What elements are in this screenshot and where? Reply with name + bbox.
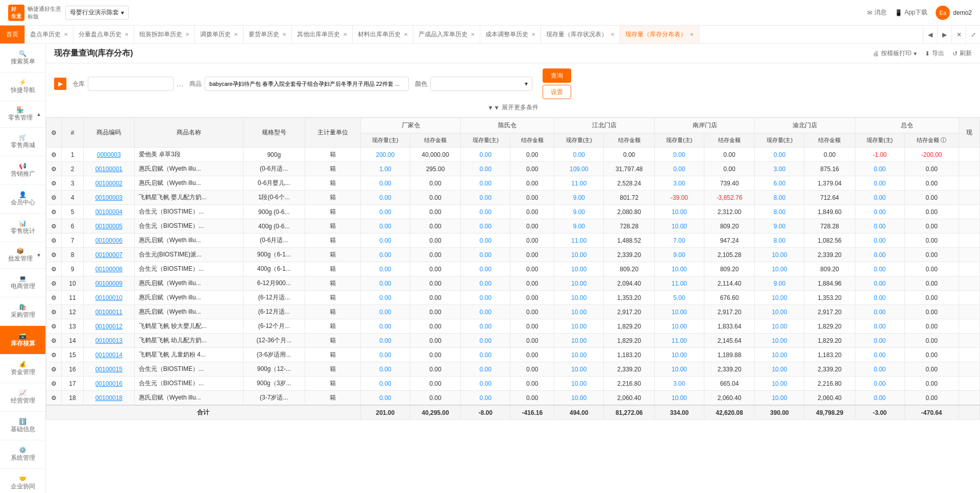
tab-stockdist[interactable]: 现存量（库存分布表） ✕ — [620, 26, 699, 44]
row-cur — [959, 291, 979, 305]
row-zc-amount: 0.00 — [904, 219, 959, 233]
row-yb-amount: 875.16 — [804, 162, 855, 176]
row-settings[interactable]: ⚙ — [46, 319, 62, 334]
sidebar-item-search[interactable]: 🔍 搜索英单 — [0, 44, 45, 73]
settings-btn[interactable]: 设置 — [543, 85, 571, 99]
sidebar-item-retail[interactable]: 🏪 零售管理 ▲ — [0, 101, 45, 128]
th-jb-stock: 现存量(主) — [554, 133, 604, 148]
sidebar-item-system[interactable]: ⚙️ 系统管理 — [0, 440, 45, 469]
tab-materialout-close[interactable]: ✕ — [404, 32, 408, 37]
expand-btn[interactable]: ▼▼ 展开更多条件 — [487, 103, 538, 112]
row-settings[interactable]: ⚙ — [46, 348, 62, 362]
tab-requisition-close[interactable]: ✕ — [282, 32, 286, 37]
filter-collapse-btn[interactable]: ▶ — [54, 78, 66, 90]
tab-costadjust[interactable]: 成本调整单历史 ✕ — [480, 26, 541, 44]
sidebar-item-inventory[interactable]: 🗃️ 库存核算 — [0, 326, 45, 355]
sidebar-item-retailstat[interactable]: 📊 零售统计 — [0, 214, 45, 242]
product-input[interactable] — [205, 77, 409, 91]
tab-stockstatus-close[interactable]: ✕ — [610, 32, 615, 37]
industry-dropdown-icon: ▾ — [121, 9, 124, 16]
row-settings[interactable]: ⚙ — [46, 305, 62, 319]
tab-productin[interactable]: 产成品入库单历史 ✕ — [413, 26, 480, 44]
tab-home[interactable]: 首页 — [0, 26, 25, 44]
row-settings[interactable]: ⚙ — [46, 233, 62, 248]
ecommerce-icon: 💻 — [4, 275, 41, 282]
sidebar-item-marketing[interactable]: 📢 营销推广 — [0, 156, 45, 185]
tab-otherout-close[interactable]: ✕ — [343, 32, 347, 37]
row-settings[interactable]: ⚙ — [46, 377, 62, 391]
row-settings[interactable]: ⚙ — [46, 205, 62, 219]
row-settings[interactable]: ⚙ — [46, 391, 62, 406]
tab-stockstatus[interactable]: 现存量（库存状况表） ✕ — [541, 26, 620, 44]
warehouse-dots[interactable]: ... — [177, 79, 183, 88]
tab-splitstock[interactable]: 分量盘点单历史 ✕ — [74, 26, 134, 44]
row-settings[interactable]: ⚙ — [46, 148, 62, 162]
row-settings[interactable]: ⚙ — [46, 291, 62, 305]
row-na-amount: 0.00 — [704, 162, 755, 176]
row-settings[interactable]: ⚙ — [46, 262, 62, 276]
row-cur — [959, 205, 979, 219]
row-settings[interactable]: ⚙ — [46, 362, 62, 377]
row-code: 00100002 — [83, 176, 134, 191]
sidebar-item-basic[interactable]: ℹ️ 基础信息 — [0, 412, 45, 440]
industry-selector[interactable]: 母婴行业演示陈套 ▾ — [65, 6, 129, 20]
tab-transfer-label: 调拨单历史 — [200, 30, 231, 39]
th-product-name: 商品名称 — [134, 118, 243, 148]
sidebar-item-purchase[interactable]: 🛍️ 采购管理 — [0, 297, 45, 326]
row-na-stock: 7.00 — [654, 233, 704, 248]
tab-otherout[interactable]: 其他出库单历史 ✕ — [292, 26, 353, 44]
tab-splitstock-close[interactable]: ✕ — [125, 32, 129, 37]
sidebar-item-member[interactable]: 👤 会员中心 — [0, 185, 45, 214]
print-btn[interactable]: 🖨 按模板打印 ▾ — [873, 49, 917, 58]
row-na-amount: 809.20 — [704, 219, 755, 233]
tab-stockdist-close[interactable]: ✕ — [690, 32, 694, 37]
row-settings[interactable]: ⚙ — [46, 162, 62, 176]
row-settings[interactable]: ⚙ — [46, 248, 62, 262]
tab-close-btn[interactable]: ✕ — [951, 26, 966, 44]
sidebar-item-operations[interactable]: 📈 经营管理 — [0, 383, 45, 412]
tab-assemble[interactable]: 组装拆卸单历史 ✕ — [134, 26, 195, 44]
tab-requisition[interactable]: 要货单历史 ✕ — [243, 26, 292, 44]
app-download-btn[interactable]: 📱 App下载 — [895, 8, 927, 17]
sidebar-item-quicknav[interactable]: ⚡ 快捷导航 — [0, 73, 45, 101]
message-btn[interactable]: ✉ 消息 — [867, 8, 887, 17]
tab-materialout[interactable]: 材料出库单历史 ✕ — [353, 26, 413, 44]
tab-stocklist-close[interactable]: ✕ — [64, 32, 68, 37]
tab-bar: 首页 盘点单历史 ✕ 分量盘点单历史 ✕ 组装拆卸单历史 ✕ 调拨单历史 ✕ 要… — [0, 26, 980, 44]
row-na-amount: 2,060.40 — [704, 391, 755, 406]
row-cur — [959, 377, 979, 391]
row-settings[interactable]: ⚙ — [46, 191, 62, 205]
export-btn[interactable]: ⬇ 导出 — [925, 49, 944, 58]
row-settings[interactable]: ⚙ — [46, 276, 62, 291]
tab-transfer-close[interactable]: ✕ — [234, 32, 238, 37]
color-select[interactable]: ▾ — [430, 77, 532, 91]
th-cs-stock: 现存量(主) — [461, 133, 510, 148]
row-settings[interactable]: ⚙ — [46, 176, 62, 191]
tab-productin-close[interactable]: ✕ — [471, 32, 475, 37]
query-btn[interactable]: 查询 — [543, 68, 571, 83]
row-settings[interactable]: ⚙ — [46, 334, 62, 348]
expand-icon: ▼▼ — [487, 104, 500, 111]
tab-stocklist[interactable]: 盘点单历史 ✕ — [25, 26, 74, 44]
row-jb-amount: 2,216.80 — [604, 377, 655, 391]
sidebar-item-wholesale[interactable]: 📦 批发管理 ▼ — [0, 242, 45, 269]
tab-next-btn[interactable]: ▶ — [937, 26, 951, 44]
tab-costadjust-close[interactable]: ✕ — [531, 32, 535, 37]
row-fc-stock: 0.00 — [360, 276, 410, 291]
tab-transfer[interactable]: 调拨单历史 ✕ — [195, 26, 243, 44]
table-row: ⚙ 8 00100007 合生元(BIOSTIME)派... 900g（6-1.… — [46, 248, 980, 262]
sidebar-item-finance[interactable]: 💰 资金管理 — [0, 355, 45, 383]
sidebar-item-ecommerce[interactable]: 💻 电商管理 — [0, 269, 45, 297]
sidebar-item-enterprise[interactable]: 🤝 企业协同 — [0, 469, 45, 493]
tab-expand-btn[interactable]: ⤢ — [966, 26, 980, 44]
row-spec: 900g（12-... — [243, 362, 305, 377]
sidebar-item-retailshop[interactable]: 🛒 零售商城 — [0, 128, 45, 156]
th-spec: 规格型号 — [243, 118, 305, 148]
row-settings[interactable]: ⚙ — [46, 219, 62, 233]
user-area[interactable]: Ea demo2 — [936, 6, 972, 20]
total-zc-stock: -3.00 — [855, 405, 904, 420]
refresh-btn[interactable]: ↺ 刷新 — [952, 49, 972, 58]
warehouse-input[interactable] — [88, 77, 174, 91]
tab-prev-btn[interactable]: ◀ — [923, 26, 937, 44]
tab-assemble-close[interactable]: ✕ — [185, 32, 189, 37]
